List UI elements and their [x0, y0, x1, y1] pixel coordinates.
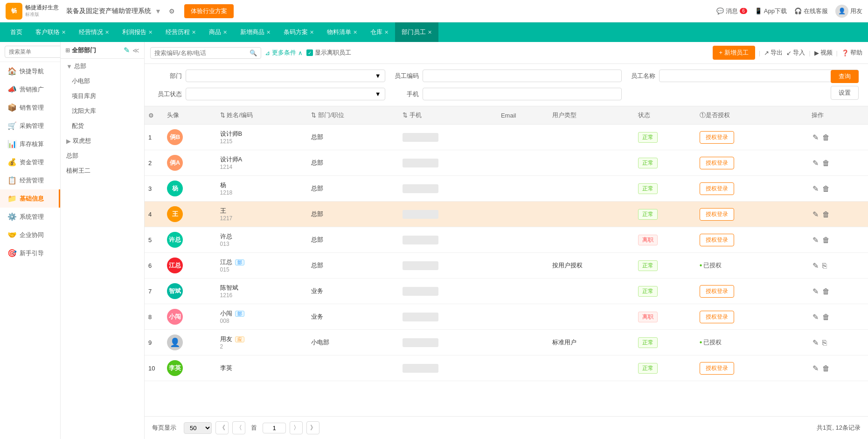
dept-item-small-elec[interactable]: 小电部	[61, 74, 144, 89]
nav-item-home[interactable]: 首页	[4, 22, 29, 42]
phone-input[interactable]	[423, 88, 622, 100]
sidebar-item-purchase[interactable]: 🛒 采购管理	[0, 117, 60, 135]
col-phone[interactable]: ⇅ 手机	[399, 106, 497, 125]
sidebar-item-basic[interactable]: 📁 基础信息	[0, 189, 60, 208]
delete-icon[interactable]: 🗑	[822, 287, 830, 295]
edit-icon[interactable]: ✎	[812, 185, 819, 193]
close-icon[interactable]: ✕	[62, 29, 66, 35]
app-download-btn[interactable]: 📱 App下载	[755, 7, 787, 15]
export-button[interactable]: ↗ 导出	[764, 49, 783, 57]
close-icon[interactable]: ✕	[310, 29, 314, 35]
dept-select[interactable]: ▼	[186, 70, 385, 82]
close-icon[interactable]: ✕	[428, 29, 432, 35]
sidebar-item-shortcut[interactable]: 🏠 快捷导航	[0, 62, 60, 80]
edit-icon[interactable]: ✎	[812, 364, 819, 372]
nav-item-profit[interactable]: 利润报告 ✕	[116, 22, 159, 42]
delete-icon[interactable]: 🗑	[822, 185, 830, 193]
query-button[interactable]: 查询	[831, 70, 859, 83]
nav-item-warehouse[interactable]: 仓库 ✕	[364, 22, 395, 42]
dept-item-plant[interactable]: 植树王二	[61, 163, 144, 178]
page-number-input[interactable]	[263, 423, 286, 433]
edit-icon[interactable]: ✎	[812, 313, 819, 321]
delete-icon[interactable]: 🗑	[822, 364, 830, 372]
auth-login-button[interactable]: 授权登录	[700, 234, 734, 246]
sidebar-item-marketing[interactable]: 📣 营销推广	[0, 80, 60, 98]
copy-icon[interactable]: ⎘	[822, 339, 827, 347]
close-icon[interactable]: ✕	[384, 29, 389, 35]
dept-item-project[interactable]: 项目库房	[61, 89, 144, 104]
last-page-button[interactable]: 》	[306, 421, 319, 434]
col-name[interactable]: ⇅ 姓名/编码	[216, 106, 308, 125]
sidebar-item-finance[interactable]: 💰 资金管理	[0, 153, 60, 171]
dept-item-general[interactable]: ▼总部	[61, 59, 144, 74]
nav-item-customer[interactable]: 客户联络 ✕	[29, 22, 72, 42]
view-button[interactable]: ▶ 视频	[814, 49, 833, 57]
show-resigned-toggle[interactable]: ✓ 显示离职员工	[306, 49, 351, 57]
close-icon[interactable]: ✕	[223, 29, 227, 35]
nav-item-operation[interactable]: 经营情况 ✕	[72, 22, 116, 42]
dept-item-shuanghu[interactable]: ▶双虎想	[61, 133, 144, 148]
auth-login-button[interactable]: 授权登录	[700, 182, 734, 195]
delete-icon[interactable]: 🗑	[822, 313, 830, 321]
sidebar-item-collab[interactable]: 🤝 企业协同	[0, 226, 60, 244]
dept-item-shenyang[interactable]: 沈阳大库	[61, 104, 144, 118]
edit-icon[interactable]: ✎	[812, 339, 819, 347]
empcode-input[interactable]	[423, 70, 622, 82]
edit-icon[interactable]: ✎	[812, 287, 819, 295]
dept-edit-icon[interactable]: ✎	[124, 46, 130, 55]
first-page-button[interactable]: 《	[215, 421, 229, 434]
sidebar-item-sales[interactable]: 📦 销售管理	[0, 98, 60, 117]
prev-page-button[interactable]: 〈	[232, 421, 245, 434]
help-button[interactable]: ❓ 帮助	[841, 49, 862, 57]
auth-login-button[interactable]: 授权登录	[700, 131, 734, 144]
edit-icon[interactable]: ✎	[812, 159, 819, 167]
nav-item-bom[interactable]: 物料清单 ✕	[320, 22, 364, 42]
close-icon[interactable]: ✕	[266, 29, 271, 35]
dept-item-distribution[interactable]: 配货	[61, 118, 144, 133]
auth-login-button[interactable]: 授权登录	[700, 208, 734, 221]
message-btn[interactable]: 💬 消息 6	[716, 7, 747, 15]
edit-icon[interactable]: ✎	[812, 133, 819, 141]
delete-icon[interactable]: 🗑	[822, 133, 830, 141]
auth-login-button[interactable]: 授权登录	[700, 362, 734, 375]
user-area[interactable]: 👤 用友	[835, 5, 862, 18]
nav-item-barcode[interactable]: 条码方案 ✕	[277, 22, 320, 42]
dept-item-hq[interactable]: 总部	[61, 148, 144, 163]
delete-icon[interactable]: 🗑	[822, 159, 830, 167]
nav-item-history[interactable]: 经营历程 ✕	[159, 22, 202, 42]
delete-icon[interactable]: 🗑	[822, 236, 830, 244]
search-input[interactable]	[154, 49, 248, 56]
delete-icon[interactable]: 🗑	[822, 210, 830, 218]
sidebar-item-inventory[interactable]: 📊 库存核算	[0, 135, 60, 153]
sidebar-search-input[interactable]	[5, 46, 61, 58]
copy-icon[interactable]: ⎘	[822, 262, 827, 270]
sidebar-item-guide[interactable]: 🎯 新手引导	[0, 244, 60, 262]
status-select[interactable]: ▼	[186, 88, 385, 100]
settings-icon[interactable]: ⚙	[169, 7, 175, 15]
per-page-select[interactable]: 50 100 200	[184, 422, 212, 434]
edit-icon[interactable]: ✎	[812, 262, 819, 270]
support-btn[interactable]: 🎧 在线客服	[794, 7, 828, 15]
edit-icon[interactable]: ✎	[812, 210, 819, 218]
sidebar-item-system[interactable]: ⚙️ 系统管理	[0, 208, 60, 226]
edit-icon[interactable]: ✎	[812, 236, 819, 244]
close-icon[interactable]: ✕	[192, 29, 196, 35]
empname-input[interactable]	[659, 70, 859, 82]
more-filter-btn[interactable]: ⊿ 更多条件 ∧	[265, 49, 303, 57]
title-arrow-icon[interactable]: ▼	[155, 7, 161, 15]
col-dept[interactable]: ⇅ 部门/职位	[307, 106, 399, 125]
set-button[interactable]: 设置	[831, 86, 859, 100]
close-icon[interactable]: ✕	[353, 29, 357, 35]
col-settings[interactable]: ⚙	[145, 106, 163, 125]
trial-button[interactable]: 体验行业方案	[184, 4, 234, 18]
close-icon[interactable]: ✕	[105, 29, 109, 35]
nav-item-goods[interactable]: 商品 ✕	[202, 22, 234, 42]
nav-item-dept-staff[interactable]: 部门员工 ✕	[395, 22, 438, 42]
sidebar-item-biz[interactable]: 📋 经营管理	[0, 171, 60, 189]
dept-all-btn[interactable]: ⊞ 全部部门	[65, 46, 121, 55]
auth-login-button[interactable]: 授权登录	[700, 285, 734, 298]
next-page-button[interactable]: 〉	[290, 421, 303, 434]
auth-login-button[interactable]: 授权登录	[700, 311, 734, 323]
auth-login-button[interactable]: 授权登录	[700, 157, 734, 169]
import-button[interactable]: ↙ 导入	[786, 49, 805, 57]
